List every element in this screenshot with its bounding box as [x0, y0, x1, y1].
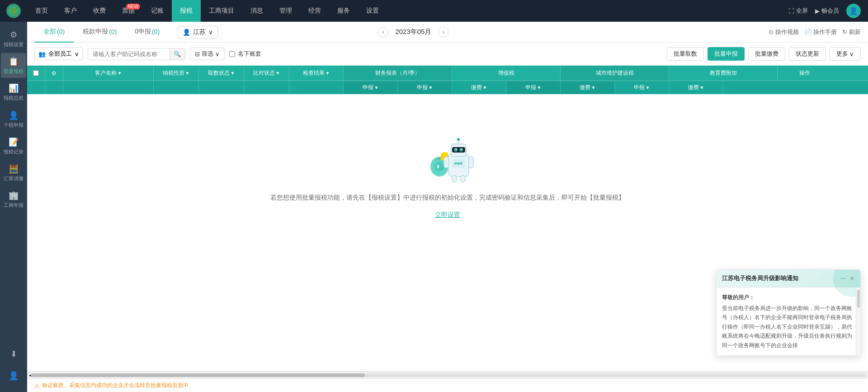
table-header: ⚙ 客户名称▼ 纳税性质▼ 取数状态▼ 比对状态▼	[27, 66, 868, 94]
notification-header: 江苏电子税务局升级影响通知 ─ ✕	[717, 270, 860, 287]
batch-pay-btn[interactable]: 批量缴费	[748, 47, 785, 61]
svg-point-16	[461, 148, 462, 150]
sidebar-profile-btn[interactable]: 👤	[5, 367, 23, 385]
nav-invoice[interactable]: 票据 NEW	[114, 0, 143, 22]
nav-bookkeeping[interactable]: 记账	[143, 0, 172, 22]
batch-fetch-btn[interactable]: 批量取数	[667, 47, 704, 61]
th-tax-nature: 纳税性质▼	[154, 66, 199, 81]
table-sub-header-row: 申报▼ 申报▼ 缴费▼ 申报▼	[27, 81, 868, 94]
tab-tax-declare[interactable]: 税款申报 (0)	[74, 22, 126, 43]
svg-point-15	[455, 148, 457, 150]
th-fetch-status: 取数状态▼	[199, 66, 244, 81]
batch-tax-icon: 📋	[9, 57, 19, 67]
bottom-hint: ⚠ 验证账密、采集信息均成功的企业才会流转至批量报税页面中	[34, 382, 189, 389]
logo-area[interactable]: 🌿	[0, 0, 27, 22]
select-all-checkbox[interactable]	[33, 70, 39, 76]
sidebar-item-batch-tax[interactable]: 📋 批量报税	[1, 53, 26, 78]
member-btn[interactable]: ▶ 畅会员	[815, 7, 839, 15]
toolbar-right: 批量取数 批量申报 批量缴费 状态更新 更多 ∨	[667, 47, 861, 61]
employee-select[interactable]: 👥 全部员工 ∨	[34, 48, 83, 60]
month-nav: ‹ 2023年05月 ›	[377, 27, 449, 38]
horizontal-scrollbar[interactable]: ◂	[27, 371, 868, 378]
notification-scrollbar[interactable]	[856, 288, 860, 355]
search-button[interactable]: 🔍	[170, 48, 185, 60]
sub-tabs-right: ⊙ 操作视频 📄 操作手册 ↻ 刷新	[769, 28, 861, 36]
th-sub-empty-5	[199, 81, 244, 94]
annual-report-icon: 🏢	[9, 191, 19, 201]
nav-management[interactable]: 管理	[271, 0, 300, 22]
top-navigation: 🌿 首页 客户 收费 票据 NEW 记账 报税 工商项目 消息 管理 经营 服务…	[0, 0, 868, 22]
status-update-btn[interactable]: 状态更新	[789, 47, 826, 61]
nav-home[interactable]: 首页	[27, 0, 56, 22]
sidebar-item-tax-records[interactable]: 📝 报税记录	[1, 134, 26, 158]
nav-billing[interactable]: 收费	[85, 0, 114, 22]
svg-point-23	[457, 162, 460, 165]
fullscreen-icon: ⛶	[788, 8, 794, 14]
svg-text:¥: ¥	[437, 164, 440, 169]
tab-all[interactable]: 全部 (0)	[34, 22, 74, 43]
sidebar-item-tax-settings[interactable]: ⚙ 报税设置	[1, 26, 26, 51]
nav-settings[interactable]: 设置	[358, 0, 387, 22]
avatar[interactable]: 👤	[846, 4, 861, 18]
svg-point-22	[454, 162, 457, 165]
account-checkbox-label[interactable]: 名下账套	[229, 50, 261, 58]
tax-records-icon: 📝	[9, 137, 19, 147]
new-badge: NEW	[126, 4, 140, 10]
sidebar-item-tax-overview[interactable]: 📊 报税总览	[1, 80, 26, 105]
nav-tax[interactable]: 报税	[172, 0, 201, 22]
notification-greeting: 尊敬的用户：	[722, 293, 855, 302]
nav-business[interactable]: 工商项目	[201, 0, 242, 22]
sub-tabs-bar: 全部 (0) 税款申报 (0) 0申报 (0) 👤 江苏 ∨ ‹	[27, 22, 868, 43]
search-input-wrap: 🔍	[88, 48, 185, 60]
scrollbar-track[interactable]	[31, 373, 866, 377]
filter-icon-customer: ▼	[118, 71, 122, 76]
sidebar-item-settlement[interactable]: 🧮 汇算清缴	[1, 160, 26, 185]
month-prev-btn[interactable]: ‹	[377, 27, 388, 38]
svg-rect-18	[469, 157, 473, 168]
filter-icon-tax-nature: ▼	[185, 71, 190, 76]
nav-operation[interactable]: 经营	[300, 0, 329, 22]
page-wrapper: 全部 (0) 税款申报 (0) 0申报 (0) 👤 江苏 ∨ ‹	[27, 22, 868, 392]
th-sub-financial-declare2: 申报▼	[398, 81, 452, 94]
nav-right: ⛶ 全屏 ▶ 畅会员 👤	[788, 4, 868, 18]
operation-video-link[interactable]: ⊙ 操作视频	[769, 28, 799, 36]
th-sub-empty-1	[27, 81, 45, 94]
sidebar-item-annual-report[interactable]: 🏢 工商年报	[1, 187, 26, 212]
region-selector[interactable]: 👤 江苏 ∨	[178, 26, 218, 38]
search-input[interactable]	[88, 48, 170, 60]
filter-button[interactable]: ⊟ 筛选 ∨	[190, 48, 225, 60]
th-sub-city-pay: 缴费▼	[561, 81, 615, 94]
th-financial-report: 财务报表（月/季）	[344, 66, 452, 81]
operation-manual-link[interactable]: 📄 操作手册	[804, 28, 837, 36]
month-next-btn[interactable]: ›	[438, 27, 449, 38]
more-btn[interactable]: 更多 ∨	[830, 47, 861, 61]
th-sub-city-declare: 申报▼	[506, 81, 561, 94]
setup-link[interactable]: 立即设置	[435, 211, 460, 219]
nav-service[interactable]: 服务	[329, 0, 358, 22]
nav-message[interactable]: 消息	[242, 0, 271, 22]
warning-icon: ⚠	[34, 382, 39, 389]
scrollbar-thumb[interactable]	[31, 373, 365, 377]
employee-select-icon: 👥	[38, 51, 46, 57]
sidebar-item-personal-tax[interactable]: 👤 个税申报	[1, 107, 26, 132]
svg-point-11	[457, 138, 460, 141]
manual-icon: 📄	[804, 29, 811, 35]
refresh-btn[interactable]: ↻ 刷新	[842, 28, 861, 36]
filter-icon-compare: ▼	[276, 71, 280, 76]
th-customer-name: 客户名称▼	[63, 66, 154, 81]
notification-minimize-btn[interactable]: ─	[841, 275, 846, 282]
month-display: 2023年05月	[393, 28, 434, 36]
th-checkbox[interactable]	[27, 66, 45, 81]
svg-rect-20	[461, 176, 465, 182]
empty-state: ¥	[27, 94, 868, 246]
tab-zero-declare[interactable]: 0申报 (0)	[126, 22, 169, 43]
fullscreen-btn[interactable]: ⛶ 全屏	[788, 7, 808, 15]
th-sub-empty-2	[45, 81, 63, 94]
account-checkbox[interactable]	[229, 51, 235, 57]
batch-declare-btn[interactable]: 批量申报	[708, 47, 745, 61]
sidebar-download-btn[interactable]: ⬇	[5, 345, 23, 363]
nav-customer[interactable]: 客户	[56, 0, 85, 22]
filter-icon-fin-declare: ▼	[374, 85, 379, 90]
empty-message: 若您想使用批量报税功能，请先在【报税设置】中进行报税的初始化设置，完成密码验证和…	[270, 194, 625, 202]
notification-close-btn[interactable]: ✕	[849, 275, 855, 282]
